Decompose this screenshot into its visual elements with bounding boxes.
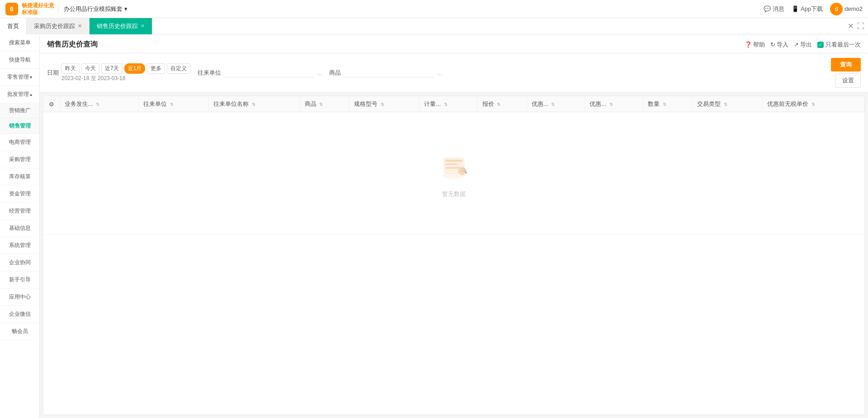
partner-filter-group: 往来单位 ... [198,68,322,77]
close-tab-icon[interactable]: ✕ [848,22,854,30]
sidebar-item-purchase[interactable]: 采购管理 [0,151,39,168]
th-partner-code[interactable]: 往来单位 ⇅ [139,96,209,112]
th-biz-date[interactable]: 业务发生... ⇅ [60,96,139,112]
svg-rect-4 [445,167,460,168]
partner-dots[interactable]: ... [317,70,322,76]
import-icon: ↻ [770,41,775,48]
topbar-right: 💬 消息 📱 App下载 d demo2 [764,3,863,15]
sidebar-item-finance[interactable]: 资金管理 [0,185,39,203]
filter-bar: 日期 昨天 今天 近7天 近1月 更多 自定义 2023-02-18 至 202… [40,53,868,93]
only-last-checkbox-label[interactable]: ✓ 只看最后一次 [817,41,861,49]
date-filter-col: 昨天 今天 近7天 近1月 更多 自定义 2023-02-18 至 2023-0… [61,63,190,82]
sidebar-item-system[interactable]: 系统管理 [0,237,39,254]
topbar-left: 6 畅捷通好生意 标准版 办公用品行业模拟账套 ▾ [5,2,127,15]
sort-icon-goods: ⇅ [319,102,323,107]
sort-icon-partner-code: ⇅ [170,102,174,107]
export-action[interactable]: ↗ 导出 [794,41,812,49]
sidebar-item-enterprise[interactable]: 企业协同 [0,254,39,271]
table-header: ⚙ 业务发生... ⇅ 往来单位 ⇅ 往来单位名称 ⇅ [43,96,864,112]
sort-icon-spec: ⇅ [381,102,384,107]
maximize-icon[interactable]: ⛶ [857,22,864,30]
empty-state: 🔍 暂无数据 [43,112,864,234]
th-discount1[interactable]: 优惠... ⇅ [527,96,585,112]
date-range-text: 2023-02-18 至 2023-03-18 [61,75,190,82]
th-unit[interactable]: 计量... ⇅ [420,96,477,112]
th-discount2[interactable]: 优惠... ⇅ [585,96,643,112]
sidebar-item-wholesale-mgmt[interactable]: 批发管理 ▴ [0,86,39,103]
sort-icon-price: ⇅ [497,102,500,107]
help-icon: ❓ [745,41,752,48]
sort-icon-trade-type: ⇅ [724,102,727,107]
th-gear[interactable]: ⚙ [43,96,60,112]
date-btn-last7[interactable]: 近7天 [101,63,123,74]
sort-icon-quantity: ⇅ [663,102,666,107]
download-icon: 📱 [792,5,799,12]
partner-input[interactable] [224,68,314,77]
logo-text: 畅捷通好生意 标准版 [22,2,54,15]
tab-purchase-history[interactable]: 采购历史价跟踪 ✕ [27,18,90,34]
th-partner-name[interactable]: 往来单位名称 ⇅ [209,96,300,112]
th-goods[interactable]: 商品 ⇅ [300,96,349,112]
svg-rect-3 [445,163,458,165]
th-price[interactable]: 报价 ⇅ [477,96,527,112]
main-layout: 搜索菜单 快捷导航 零售管理 ▾ 批发管理 ▴ 营销推广 销售管理 电商管理 采… [0,34,868,418]
page-actions: ❓ 帮助 ↻ 导入 ↗ 导出 ✓ 只看最后一次 [745,41,861,49]
th-quantity[interactable]: 数量 ⇅ [643,96,692,112]
sidebar-item-operations[interactable]: 经营管理 [0,203,39,220]
sort-icon-unit: ⇅ [444,102,448,107]
date-buttons: 昨天 今天 近7天 近1月 更多 自定义 [61,63,190,74]
filter-right: 查询 设置 [831,58,861,88]
sidebar-item-ecommerce[interactable]: 电商管理 [0,134,39,151]
sidebar-item-marketing[interactable]: 营销推广 [0,103,39,119]
sidebar: 搜索菜单 快捷导航 零售管理 ▾ 批发管理 ▴ 营销推广 销售管理 电商管理 采… [0,34,40,418]
date-btn-today[interactable]: 今天 [81,63,99,74]
sidebar-item-guide[interactable]: 新手引导 [0,271,39,289]
sidebar-item-sales-mgmt[interactable]: 销售管理 [0,119,39,134]
sidebar-item-corp-wechat[interactable]: 企业微信 [0,306,39,323]
date-btn-last1m[interactable]: 近1月 [124,63,146,74]
export-icon: ↗ [794,41,799,48]
table-body: 🔍 暂无数据 [43,112,864,235]
chevron-down-icon: ▾ [124,5,127,12]
tab-sales-history-close[interactable]: ✕ [141,23,145,29]
settings-button[interactable]: 设置 [835,73,861,88]
help-action[interactable]: ❓ 帮助 [745,41,765,49]
empty-text: 暂无数据 [442,190,466,198]
app-selector[interactable]: 办公用品行业模拟账套 ▾ [58,5,127,13]
sort-icon-discount2: ⇅ [609,102,613,107]
th-spec[interactable]: 规格型号 ⇅ [349,96,420,112]
goods-input[interactable] [344,68,434,77]
sidebar-item-app-center[interactable]: 应用中心 [0,289,39,306]
sidebar-item-retail-mgmt[interactable]: 零售管理 ▾ [0,69,39,86]
sort-icon-discount1: ⇅ [551,102,555,107]
content-area: 销售历史价查询 ❓ 帮助 ↻ 导入 ↗ 导出 ✓ 只看最后一次 [40,34,868,418]
logo-icon: 6 [5,3,18,15]
date-btn-yesterday[interactable]: 昨天 [61,63,80,74]
only-last-checkbox[interactable]: ✓ [817,42,824,48]
date-btn-custom[interactable]: 自定义 [167,63,190,74]
sidebar-item-inventory[interactable]: 库存核算 [0,168,39,185]
topbar: 6 畅捷通好生意 标准版 办公用品行业模拟账套 ▾ 💬 消息 📱 App下载 d… [0,0,868,18]
import-action[interactable]: ↻ 导入 [770,41,788,49]
chevron-down-icon: ▾ [30,75,32,80]
gear-icon[interactable]: ⚙ [49,101,54,108]
sidebar-item-basic-info[interactable]: 基础信息 [0,220,39,237]
sidebar-item-member[interactable]: 畅会员 [0,323,39,340]
nav-message[interactable]: 💬 消息 [764,5,784,13]
user-profile[interactable]: d demo2 [830,3,863,15]
sidebar-item-quick-nav[interactable]: 快捷导航 [0,52,39,69]
tab-purchase-history-close[interactable]: ✕ [78,23,82,29]
th-pretax-price[interactable]: 优惠前无税单价 ⇅ [763,96,864,112]
date-btn-more[interactable]: 更多 [147,63,165,74]
date-filter-group: 日期 昨天 今天 近7天 近1月 更多 自定义 2023-02-18 至 202… [47,63,190,82]
sidebar-item-search-menu[interactable]: 搜索菜单 [0,34,39,52]
nav-app-download[interactable]: 📱 App下载 [792,5,823,13]
tab-home[interactable]: 首页 [0,18,27,34]
tabbar-actions: ✕ ⛶ [848,22,868,30]
goods-dots[interactable]: ... [437,70,442,76]
query-button[interactable]: 查询 [831,58,861,71]
th-trade-type[interactable]: 交易类型 ⇅ [693,96,763,112]
data-table: ⚙ 业务发生... ⇅ 往来单位 ⇅ 往来单位名称 ⇅ [43,96,864,235]
tab-sales-history[interactable]: 销售历史价跟踪 ✕ [90,18,152,34]
message-icon: 💬 [764,5,771,12]
